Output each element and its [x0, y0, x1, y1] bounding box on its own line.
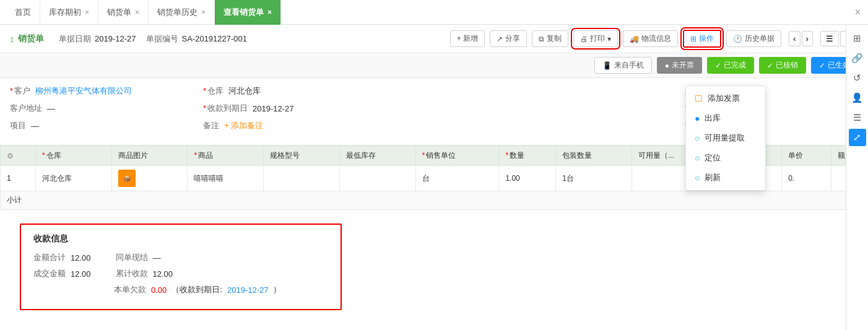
- balance-item: 本单欠款 0.00 （收款到期日: 2019-12-27 ）: [114, 284, 281, 295]
- tab-home[interactable]: 首页: [6, 0, 40, 25]
- refresh-item[interactable]: ○ 刷新: [686, 168, 765, 188]
- prev-button[interactable]: ‹: [789, 31, 800, 46]
- available-extract-item[interactable]: ○ 可用量提取: [686, 128, 765, 148]
- check-circle-icon: ✓: [767, 61, 773, 70]
- sidebar-icon-5[interactable]: ☰: [849, 109, 866, 126]
- operation-button[interactable]: ⊞ 操作: [683, 30, 721, 48]
- tab-sales[interactable]: 销货单 ×: [98, 0, 149, 25]
- col-unit-price: 单价: [782, 146, 831, 166]
- nav-arrows: ‹ ›: [789, 31, 813, 46]
- list-view-button[interactable]: ☰: [820, 31, 839, 46]
- close-sales-tab[interactable]: ×: [135, 8, 139, 17]
- warehouse-label: 仓库: [203, 85, 224, 97]
- new-button[interactable]: + 新增: [450, 30, 485, 47]
- close-all-tabs[interactable]: ×: [855, 7, 861, 18]
- sidebar-icon-1[interactable]: ⊞: [849, 30, 866, 47]
- history-icon: 🕐: [733, 35, 742, 43]
- sidebar-icon-2[interactable]: 🔗: [849, 50, 866, 67]
- address-label: 客户地址: [10, 103, 42, 114]
- payment-section: 收款信息 金额合计 12.00 同单现结 — 成交金额 12.00: [0, 210, 868, 324]
- warehouse-field: 仓库 河北仓库: [203, 85, 376, 97]
- refresh-icon: ○: [695, 173, 700, 183]
- customer-value[interactable]: 柳州粤港平安气体有限公司: [35, 85, 132, 97]
- payment-row-2: 成交金额 12.00 累计收款 12.00: [33, 268, 328, 279]
- outbound-item[interactable]: ● 出库: [686, 108, 765, 128]
- tab-inventory[interactable]: 库存期初 ×: [40, 0, 98, 25]
- note-label: 备注: [203, 120, 219, 131]
- locate-item[interactable]: ○ 定位: [686, 148, 765, 168]
- print-button[interactable]: 🖨 打印 ▾: [573, 30, 618, 47]
- right-sidebar: ⊞ 🔗 ↺ 👤 ☰ ⤢: [846, 25, 868, 330]
- row-unit: 台: [415, 166, 499, 191]
- row-unit-price: 0.: [782, 166, 831, 191]
- logistics-button[interactable]: 🚚 物流信息: [623, 30, 678, 47]
- sidebar-icon-6[interactable]: ⤢: [849, 129, 866, 146]
- sidebar-icon-4[interactable]: 👤: [849, 89, 866, 106]
- history-button[interactable]: 🕐 历史单据: [726, 30, 781, 47]
- row-qty: 1.00: [499, 166, 556, 191]
- subtotal-label: 小计: [1, 191, 868, 210]
- project-field: 项目 —: [10, 120, 183, 131]
- col-product-img: 商品图片: [111, 146, 188, 166]
- not-open-button[interactable]: ● 未开票: [657, 57, 702, 74]
- print-dropdown-arrow: ▾: [607, 35, 611, 43]
- doc-meta: 单据日期 2019-12-27 单据编号 SA-20191227-001: [59, 33, 450, 45]
- row-index: 1: [1, 166, 36, 191]
- project-label: 项目: [10, 120, 26, 131]
- done-button[interactable]: ✓ 已完成: [707, 57, 754, 74]
- tab-sales-history[interactable]: 销货单历史 ×: [149, 0, 215, 25]
- payment-row-1: 金额合计 12.00 同单现结 —: [33, 252, 328, 263]
- next-button[interactable]: ›: [802, 31, 813, 46]
- tab-bar: 首页 库存期初 × 销货单 × 销货单历史 × 查看销货单 × ×: [0, 0, 868, 25]
- close-view-sales-tab[interactable]: ×: [267, 8, 272, 17]
- address-value: —: [47, 104, 55, 113]
- col-warehouse: 仓库: [35, 146, 111, 166]
- outbound-icon: ●: [695, 113, 700, 123]
- customer-label: 客户: [10, 85, 30, 97]
- address-field: 客户地址 —: [10, 103, 183, 114]
- col-min-stock: 最低库存: [340, 146, 416, 166]
- sidebar-icon-3[interactable]: ↺: [849, 69, 866, 87]
- locate-icon: ○: [695, 153, 700, 163]
- close-sales-history-tab[interactable]: ×: [201, 8, 206, 17]
- check-icon: ✓: [715, 61, 721, 70]
- subtotal-row: 小计: [1, 191, 868, 210]
- sales-order-icon: ↕: [10, 34, 14, 44]
- operation-dropdown: ☐ 添加发票 ● 出库 ○ 可用量提取 ○ 定位 ○ 刷新: [685, 85, 766, 191]
- product-image: 📦: [118, 170, 136, 187]
- row-warehouse: 河北仓库: [35, 166, 111, 191]
- doc-title: ↕ 销货单: [10, 33, 44, 45]
- trade-amount-item: 成交金额 12.00: [33, 268, 91, 279]
- warehouse-value: 河北仓库: [228, 85, 261, 97]
- row-min-stock: [340, 166, 416, 191]
- main-content: ↕ 销货单 单据日期 2019-12-27 单据编号 SA-20191227-0…: [0, 25, 868, 330]
- share-icon: ↗: [497, 35, 503, 43]
- grid-icon: ⊞: [690, 35, 697, 43]
- action-row: 📱 来自手机 ● 未开票 ✓ 已完成 ✓ 已核销 ✓ 已生效: [0, 53, 868, 78]
- sold-button[interactable]: ✓ 已核销: [759, 57, 806, 74]
- phone-icon: 📱: [602, 61, 612, 70]
- extract-icon: ○: [695, 133, 700, 143]
- copy-icon: ⧉: [539, 35, 544, 43]
- col-qty: 数量: [499, 146, 556, 166]
- payment-row-3: 本单欠款 0.00 （收款到期日: 2019-12-27 ）: [33, 284, 328, 295]
- add-note-button[interactable]: + 添加备注: [224, 120, 263, 131]
- truck-icon: 🚚: [630, 35, 639, 43]
- customer-field: 客户 柳州粤港平安气体有限公司: [10, 85, 183, 97]
- close-inventory-tab[interactable]: ×: [85, 8, 89, 17]
- due-date-field: 收款到期日 2019-12-27: [203, 103, 376, 114]
- from-phone-button[interactable]: 📱 来自手机: [594, 57, 652, 74]
- copy-button[interactable]: ⧉ 复制: [532, 30, 568, 47]
- amount-total-item: 金额合计 12.00: [33, 252, 91, 263]
- same-order-item: 同单现结 —: [116, 252, 161, 263]
- toolbar: + 新增 ↗ 分享 ⧉ 复制 🖨 打印 ▾ 🚚 物流信息: [450, 30, 858, 48]
- tab-view-sales[interactable]: 查看销货单 ×: [215, 0, 281, 25]
- add-invoice-item[interactable]: ☐ 添加发票: [686, 89, 765, 108]
- doc-header: ↕ 销货单 单据日期 2019-12-27 单据编号 SA-20191227-0…: [0, 25, 868, 53]
- print-icon: 🖨: [580, 35, 588, 43]
- col-pkg-qty: 包装数量: [556, 146, 632, 166]
- row-pkg-qty: 1台: [556, 166, 632, 191]
- col-gear[interactable]: ⚙: [1, 146, 36, 166]
- share-button[interactable]: ↗ 分享: [490, 30, 527, 47]
- row-spec: [264, 166, 340, 191]
